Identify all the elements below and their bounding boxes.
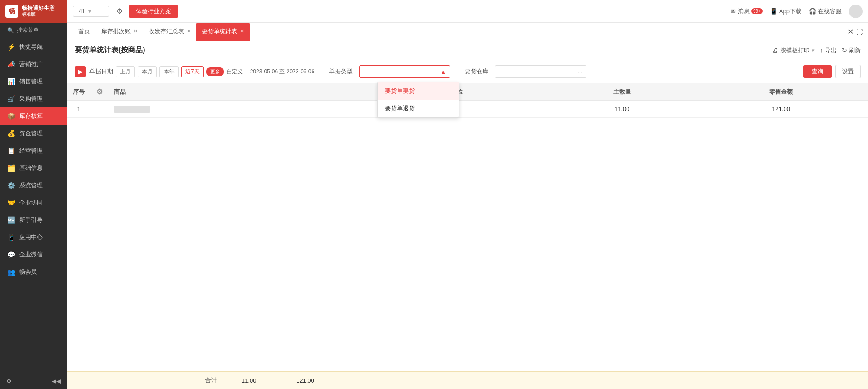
export-icon: ↑: [820, 47, 823, 54]
wechat-icon: 💬: [6, 251, 15, 258]
sidebar-item-appstore[interactable]: 📱 应用中心: [0, 229, 67, 246]
col-amount-header: 零售金额: [694, 83, 868, 101]
sidebar-item-marketing[interactable]: 📣 营销推广: [0, 56, 67, 73]
print-action[interactable]: 🖨 按模板打印 ▾: [772, 46, 815, 55]
col-product-header: 商品: [108, 83, 346, 101]
cell-quantity: 11.00: [550, 101, 694, 118]
tab-inventory-batch[interactable]: 库存批次账 ✕: [96, 23, 143, 41]
app-download-icon: 📱: [770, 8, 777, 15]
settings-button[interactable]: 设置: [835, 65, 861, 78]
sidebar-item-sales[interactable]: 📊 销售管理: [0, 73, 67, 90]
tabs-bar: 首页 库存批次账 ✕ 收发存汇总表 ✕ 要货单统计表 ✕ ✕ ⛶: [67, 23, 868, 41]
type-select-input[interactable]: [363, 68, 440, 75]
sidebar-item-finance[interactable]: 💰 资金管理: [0, 125, 67, 142]
page-title: 要货单统计表(按商品): [75, 46, 145, 55]
tabs-actions: ✕ ⛶: [847, 27, 863, 36]
marketing-icon: 📣: [6, 61, 15, 68]
total-amount: 121.00: [296, 377, 342, 384]
date-7days-button[interactable]: 近7天: [181, 66, 204, 77]
sidebar-item-guide[interactable]: 🆕 新手引导: [0, 211, 67, 229]
system-icon: ⚙️: [6, 182, 15, 189]
tab-home[interactable]: 首页: [73, 23, 96, 41]
filter-expand-button[interactable]: ▶: [75, 66, 86, 77]
appstore-icon: 📱: [6, 234, 15, 241]
topbar-gear-icon[interactable]: ⚙: [113, 5, 126, 18]
dropdown-arrow-icon: ▾: [88, 8, 91, 15]
sidebar-scroll-controls: ◀◀: [25, 378, 61, 384]
sidebar-settings-icon[interactable]: ⚙: [6, 378, 12, 384]
type-select-box[interactable]: ▲: [359, 65, 450, 78]
sidebar-collapse-icon[interactable]: ◀◀: [52, 378, 61, 384]
sidebar-item-operations[interactable]: 📋 经营管理: [0, 142, 67, 159]
tab-requisition-summary[interactable]: 要货单统计表 ✕: [196, 23, 250, 41]
date-curr-year-button[interactable]: 本年: [159, 66, 179, 77]
query-button[interactable]: 查询: [803, 65, 832, 78]
user-avatar[interactable]: [849, 5, 863, 18]
total-label: 合计: [205, 376, 241, 384]
date-custom-button[interactable]: 自定义: [226, 68, 243, 76]
sidebar-item-wechat[interactable]: 💬 企业微信: [0, 246, 67, 263]
sidebar-item-system[interactable]: ⚙️ 系统管理: [0, 177, 67, 194]
topbar-left: 41 ▾ ⚙ 体验行业方案: [73, 5, 731, 18]
sidebar-search[interactable]: 🔍 搜索菜单: [0, 23, 67, 38]
close-requisition-tab-icon[interactable]: ✕: [240, 28, 244, 34]
date-curr-month-button[interactable]: 本月: [138, 66, 157, 77]
maximize-tab-button[interactable]: ⛶: [856, 28, 863, 36]
table-row: 1 块 11.00 121.00: [67, 101, 868, 118]
date-filter-group: 单据日期 上月 本月 本年 近7天 更多 自定义: [89, 66, 243, 77]
sidebar-footer: ⚙ ◀◀: [0, 373, 67, 389]
col-quantity-header: 主数量: [550, 83, 694, 101]
date-range-display: 2023-05-06 至 2023-06-06: [250, 68, 314, 76]
sales-icon: 📊: [6, 78, 15, 85]
logo-text: 畅捷通好生意 标准版: [22, 5, 55, 18]
close-tab-button[interactable]: ✕: [847, 27, 853, 36]
type-select-caret-icon[interactable]: ▲: [440, 68, 446, 75]
topbar: 41 ▾ ⚙ 体验行业方案 ✉ 消息 99+ 📱 App下载 🎧 在线客服: [67, 0, 868, 23]
company-dropdown[interactable]: 41 ▾: [73, 6, 109, 17]
sidebar-item-quick-nav[interactable]: ⚡ 快捷导航: [0, 38, 67, 56]
sidebar-item-enterprise[interactable]: 🤝 企业协同: [0, 194, 67, 211]
warehouse-filter-group: 要货仓库 ···: [465, 65, 586, 78]
printer-icon: 🖨: [772, 47, 778, 54]
sidebar-item-purchase[interactable]: 🛒 采购管理: [0, 90, 67, 107]
app-download-button[interactable]: 📱 App下载: [770, 7, 801, 15]
date-more-button[interactable]: 更多: [206, 67, 224, 76]
warehouse-more-icon[interactable]: ···: [577, 68, 582, 75]
message-icon: ✉: [731, 8, 736, 15]
enterprise-icon: 🤝: [6, 199, 15, 206]
cell-settings: [90, 101, 108, 118]
table-header-row: 序号 ⚙ 商品 主计量单位 主数量 零售金额: [67, 83, 868, 101]
col-settings-header[interactable]: ⚙: [90, 83, 108, 101]
refresh-action[interactable]: ↻ 刷新: [842, 46, 861, 55]
headset-icon: 🎧: [809, 8, 816, 15]
date-prev-month-button[interactable]: 上月: [116, 66, 135, 77]
main-content: 41 ▾ ⚙ 体验行业方案 ✉ 消息 99+ 📱 App下载 🎧 在线客服: [67, 0, 868, 389]
total-quantity: 11.00: [241, 377, 296, 384]
tab-recv-send-summary[interactable]: 收发存汇总表 ✕: [143, 23, 196, 41]
finance-icon: 💰: [6, 130, 15, 137]
cell-product: [108, 101, 346, 118]
filter-bar: ▶ 单据日期 上月 本月 本年 近7天 更多 自定义 2023-05-06 至 …: [67, 60, 868, 83]
page-header: 要货单统计表(按商品) 🖨 按模板打印 ▾ ↑ 导出 ↻ 刷新: [67, 41, 868, 60]
print-dropdown-icon: ▾: [812, 47, 815, 54]
sidebar-item-member[interactable]: 👥 畅会员: [0, 263, 67, 281]
purchase-icon: 🛒: [6, 95, 15, 102]
sidebar: 畅 畅捷通好生意 标准版 🔍 搜索菜单 ⚡ 快捷导航 📣 营销推广 📊 销售管理…: [0, 0, 67, 389]
industry-plan-button[interactable]: 体验行业方案: [129, 5, 178, 18]
table-footer: 合计 11.00 121.00: [67, 371, 868, 389]
dropdown-item-requisition-delivery[interactable]: 要货单要货: [378, 82, 459, 100]
sidebar-item-basic[interactable]: 🗂️ 基础信息: [0, 159, 67, 177]
close-inventory-batch-tab-icon[interactable]: ✕: [134, 28, 138, 34]
export-action[interactable]: ↑ 导出: [820, 46, 837, 55]
warehouse-select-box[interactable]: ···: [495, 65, 586, 78]
messages-button[interactable]: ✉ 消息 99+: [731, 7, 763, 15]
online-service-button[interactable]: 🎧 在线客服: [809, 7, 842, 15]
close-recv-send-tab-icon[interactable]: ✕: [187, 28, 191, 34]
logo-icon: 畅: [5, 5, 18, 18]
sidebar-item-inventory[interactable]: 📦 库存核算: [0, 107, 67, 125]
sidebar-nav: ⚡ 快捷导航 📣 营销推广 📊 销售管理 🛒 采购管理 📦 库存核算 💰 资金管…: [0, 38, 67, 373]
table-settings-icon[interactable]: ⚙: [96, 88, 103, 96]
warehouse-select-input[interactable]: [499, 68, 575, 75]
type-filter-group: 单据类型 ▲: [329, 65, 450, 78]
dropdown-item-requisition-return[interactable]: 要货单退货: [378, 100, 459, 117]
